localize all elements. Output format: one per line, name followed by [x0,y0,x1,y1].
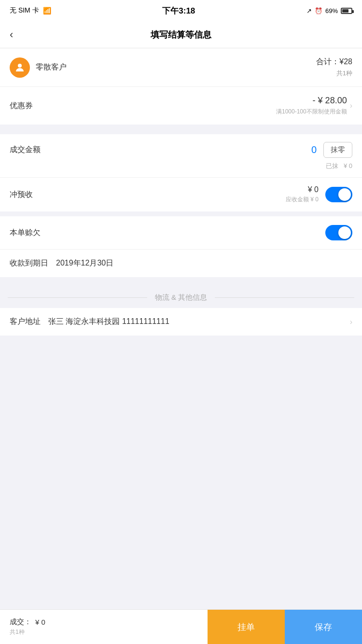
coupon-right: - ¥ 28.00 满1000-100不限制使用金额 [276,96,347,116]
bottom-deal-count: 共1种 [10,628,198,636]
coupon-chevron-icon: › [350,101,352,110]
arrears-toggle[interactable] [325,225,352,240]
status-time: 下午3:18 [162,5,195,16]
transaction-label: 成交金额 [10,145,41,155]
total-count: 共1种 [316,69,352,78]
round-button[interactable]: 抹零 [323,142,352,158]
wifi-icon: 📶 [43,7,51,14]
grey-divider-3 [0,282,362,287]
page-title: 填写结算等信息 [151,29,211,41]
toggle-knob [338,188,351,201]
svg-point-0 [18,64,22,68]
bottom-bar: 成交： ¥ 0 共1种 挂单 保存 [0,609,362,644]
transaction-amount: 0 [311,144,317,155]
deducted-prefix: 已抹 [326,162,338,169]
empty-space [0,340,362,437]
due-date-row: 收款到期日 2019年12月30日 [10,258,352,268]
customer-name: 零散客户 [36,62,67,72]
coupon-discount: - ¥ 28.00 [276,96,347,106]
arrears-toggle-knob [338,226,351,239]
address-chevron-icon: › [350,318,352,326]
deducted-value: ¥ 0 [344,162,352,169]
battery-percent: 69% [325,7,338,14]
logistics-divider: 物流 & 其他信息 [0,287,362,308]
prereceive-sub: 应收金额 ¥ 0 [286,196,319,204]
grey-divider-1 [0,129,362,134]
grey-divider-2 [0,211,362,216]
hang-button[interactable]: 挂单 [208,610,285,644]
address-row[interactable]: 客户地址 张三 海淀永丰科技园 11111111111 › [0,308,362,336]
prereceive-main: ¥ 0 [286,185,319,194]
due-date-label: 收款到期日 [10,258,48,268]
coupon-desc: 满1000-100不限制使用金额 [276,108,347,116]
status-right: ↗ ⏰ 69% [306,7,352,14]
logistics-line-left [8,297,147,298]
status-left: 无 SIM 卡 📶 [10,6,51,15]
due-date-value: 2019年12月30日 [56,258,113,268]
bottom-deal-amount: ¥ 0 [35,618,45,626]
save-button[interactable]: 保存 [285,610,362,644]
address-value: 张三 海淀永丰科技园 11111111111 [48,317,347,327]
bottom-summary: 成交： ¥ 0 共1种 [0,617,208,636]
transaction-section: 成交金额 0 抹零 已抹 ¥ 0 [0,134,362,177]
prereceive-label: 冲预收 [10,190,33,200]
coupon-row[interactable]: 优惠券 - ¥ 28.00 满1000-100不限制使用金额 › [0,86,362,125]
alarm-icon: ⏰ [315,7,322,14]
due-date-section: 收款到期日 2019年12月30日 [0,249,362,277]
status-bar: 无 SIM 卡 📶 下午3:18 ↗ ⏰ 69% [0,0,362,21]
prereceive-row: 冲预收 ¥ 0 应收金额 ¥ 0 [0,177,362,211]
avatar [10,57,30,78]
carrier-label: 无 SIM 卡 [10,6,39,15]
bottom-deal-label: 成交： [10,617,31,627]
total-amount: 合计：¥28 [316,57,352,67]
transaction-amount-right: 0 抹零 [311,142,352,158]
location-icon: ↗ [306,7,312,14]
prereceive-toggle[interactable] [325,187,352,202]
battery-icon [341,8,352,14]
prereceive-amounts: ¥ 0 应收金额 ¥ 0 [286,185,319,204]
transaction-row: 成交金额 0 抹零 [10,142,352,162]
arrears-label: 本单赊欠 [10,228,41,238]
bottom-deal-row: 成交： ¥ 0 [10,617,198,627]
address-label: 客户地址 [10,317,41,327]
logistics-label: 物流 & 其他信息 [155,293,207,302]
customer-row: 零散客户 合计：¥28 共1种 [0,48,362,86]
prereceive-right: ¥ 0 应收金额 ¥ 0 [286,185,352,204]
back-button[interactable]: ‹ [10,28,13,41]
logistics-line-right [215,297,354,298]
customer-right: 合计：¥28 共1种 [316,57,352,78]
arrears-section: 本单赊欠 [0,216,362,249]
coupon-label: 优惠券 [10,101,33,111]
address-right: › [347,318,352,326]
nav-bar: ‹ 填写结算等信息 [0,21,362,48]
already-deducted: 已抹 ¥ 0 [10,162,352,177]
customer-left: 零散客户 [10,57,67,78]
